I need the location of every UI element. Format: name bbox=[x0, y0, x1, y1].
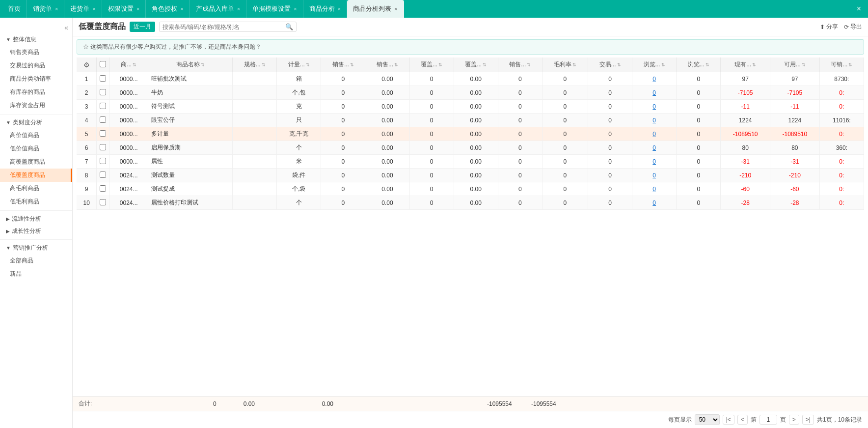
tab-permissions[interactable]: 权限设置 × bbox=[102, 0, 146, 18]
row-checkbox[interactable] bbox=[100, 158, 106, 164]
gear-button[interactable]: ⚙ bbox=[83, 61, 90, 69]
col-unit[interactable]: 计量...⇅ bbox=[277, 57, 321, 72]
search-icon[interactable]: 🔍 bbox=[285, 23, 293, 30]
sidebar-group-overall[interactable]: ▼ 整体信息 bbox=[0, 33, 72, 46]
sidebar-item-all-goods[interactable]: 全部商品 bbox=[0, 254, 72, 267]
row-checkbox[interactable] bbox=[100, 171, 106, 178]
cell-checkbox[interactable] bbox=[97, 86, 109, 100]
row-checkbox[interactable] bbox=[100, 103, 106, 109]
sidebar-group-marketing[interactable]: ▼ 营销推广分析 bbox=[0, 242, 72, 254]
cell-checkbox[interactable] bbox=[97, 155, 109, 169]
tab-product-entry-close[interactable]: × bbox=[237, 6, 240, 12]
col-avail[interactable]: 可用...⇅ bbox=[770, 57, 820, 72]
row-checkbox[interactable] bbox=[100, 199, 106, 205]
export-button[interactable]: ⟳ 导出 bbox=[844, 23, 862, 31]
tab-permissions-close[interactable]: × bbox=[136, 6, 139, 12]
cell-checkbox[interactable] bbox=[97, 100, 109, 114]
table-wrapper[interactable]: ⚙ 商...⇅ 商品名称⇅ 规格...⇅ 计量...⇅ 销售...⇅ 销售...… bbox=[73, 57, 868, 396]
tab-analysis[interactable]: 商品分析 × bbox=[303, 0, 347, 18]
sidebar-item-low-profit[interactable]: 低毛利商品 bbox=[0, 195, 72, 208]
tab-home[interactable]: 首页 bbox=[2, 0, 27, 18]
cell-browse-a[interactable]: 0 bbox=[632, 141, 677, 155]
sidebar-item-low-value[interactable]: 低价值商品 bbox=[0, 142, 72, 155]
sidebar-item-stock-goods[interactable]: 有库存的商品 bbox=[0, 86, 72, 99]
sidebar-item-high-value[interactable]: 高价值商品 bbox=[0, 129, 72, 142]
tab-template[interactable]: 单据模板设置 × bbox=[246, 0, 303, 18]
col-sales-c[interactable]: 销售...⇅ bbox=[498, 57, 542, 72]
col-cov-b[interactable]: 覆盖...⇅ bbox=[454, 57, 498, 72]
tab-sales-close[interactable]: × bbox=[55, 6, 58, 12]
sidebar-group-growth[interactable]: ▶ 成长性分析 bbox=[0, 225, 72, 237]
cell-browse-a[interactable]: 0 bbox=[632, 182, 677, 196]
tab-product-entry[interactable]: 产成品入库单 × bbox=[190, 0, 246, 18]
first-page-button[interactable]: |< bbox=[723, 415, 734, 425]
col-code[interactable]: 商...⇅ bbox=[109, 57, 148, 72]
search-input[interactable] bbox=[163, 24, 285, 30]
cell-checkbox[interactable] bbox=[97, 114, 109, 127]
tab-roles[interactable]: 角色授权 × bbox=[146, 0, 190, 18]
cell-browse-a[interactable]: 0 bbox=[632, 196, 677, 210]
row-checkbox[interactable] bbox=[100, 185, 106, 192]
cell-browse-a[interactable]: 0 bbox=[632, 155, 677, 169]
cell-browse-a[interactable]: 0 bbox=[632, 72, 677, 86]
col-cov-a[interactable]: 覆盖...⇅ bbox=[409, 57, 454, 72]
sidebar-item-new-goods[interactable]: 新品 bbox=[0, 267, 72, 281]
tab-analysis-list-close[interactable]: × bbox=[394, 6, 397, 12]
col-spec[interactable]: 规格...⇅ bbox=[233, 57, 277, 72]
cell-checkbox[interactable] bbox=[97, 127, 109, 141]
sidebar-collapse-button[interactable]: « bbox=[0, 22, 72, 33]
tab-sales[interactable]: 销货单 × bbox=[27, 0, 64, 18]
row-checkbox[interactable] bbox=[100, 89, 106, 95]
cell-browse-a[interactable]: 0 bbox=[632, 114, 677, 127]
col-saleable[interactable]: 可销...⇅ bbox=[819, 57, 864, 72]
per-page-select[interactable]: 50 100 200 bbox=[695, 414, 720, 425]
sidebar-item-movement-rate[interactable]: 商品分类动销率 bbox=[0, 72, 72, 86]
cell-checkbox[interactable] bbox=[97, 182, 109, 196]
col-gross[interactable]: 毛利率⇅ bbox=[542, 57, 588, 72]
share-button[interactable]: ⬆ 分享 bbox=[820, 23, 838, 31]
col-stock-a[interactable]: 现有...⇅ bbox=[721, 57, 770, 72]
tab-analysis-close[interactable]: × bbox=[338, 6, 341, 12]
cell-browse-a[interactable]: 0 bbox=[632, 127, 677, 141]
sidebar-group-flow-label: 流通性分析 bbox=[12, 215, 41, 223]
sidebar-item-stock-capital[interactable]: 库存资金占用 bbox=[0, 99, 72, 112]
col-gear[interactable]: ⚙ bbox=[77, 57, 97, 72]
cell-browse-a[interactable]: 0 bbox=[632, 169, 677, 182]
sidebar-group-flow[interactable]: ▶ 流通性分析 bbox=[0, 213, 72, 225]
window-close-button[interactable]: × bbox=[852, 4, 866, 13]
cell-checkbox[interactable] bbox=[97, 169, 109, 182]
row-checkbox[interactable] bbox=[100, 75, 106, 82]
tab-purchase-close[interactable]: × bbox=[92, 6, 95, 12]
row-checkbox[interactable] bbox=[100, 130, 106, 137]
sidebar-group-structure[interactable]: ▼ 类财度分析 bbox=[0, 116, 72, 129]
next-page-button[interactable]: > bbox=[789, 415, 799, 425]
cell-checkbox[interactable] bbox=[97, 141, 109, 155]
col-sales-qty[interactable]: 销售...⇅ bbox=[321, 57, 365, 72]
cell-checkbox[interactable] bbox=[97, 72, 109, 86]
col-sales-amt[interactable]: 销售...⇅ bbox=[365, 57, 409, 72]
filter-recent-month-button[interactable]: 近一月 bbox=[130, 22, 155, 32]
row-checkbox[interactable] bbox=[100, 116, 106, 123]
sidebar-item-low-coverage[interactable]: 低覆盖度商品 bbox=[0, 169, 72, 182]
tab-analysis-list[interactable]: 商品分析列表 × bbox=[347, 0, 404, 18]
cell-browse-a[interactable]: 0 bbox=[632, 86, 677, 100]
col-trade[interactable]: 交易...⇅ bbox=[588, 57, 632, 72]
tab-template-close[interactable]: × bbox=[294, 6, 297, 12]
tab-purchase[interactable]: 进货单 × bbox=[64, 0, 102, 18]
sidebar-item-high-profit[interactable]: 高毛利商品 bbox=[0, 182, 72, 195]
cell-browse-a[interactable]: 0 bbox=[632, 100, 677, 114]
prev-page-button[interactable]: < bbox=[737, 415, 748, 425]
col-name[interactable]: 商品名称⇅ bbox=[148, 57, 232, 72]
sidebar-item-traded-goods[interactable]: 交易过的商品 bbox=[0, 59, 72, 72]
row-checkbox[interactable] bbox=[100, 144, 106, 150]
cell-checkbox[interactable] bbox=[97, 196, 109, 210]
sidebar-item-high-coverage[interactable]: 高覆盖度商品 bbox=[0, 155, 72, 169]
sidebar-item-sales-goods[interactable]: 销售类商品 bbox=[0, 46, 72, 59]
col-browse-b[interactable]: 浏览...⇅ bbox=[677, 57, 721, 72]
page-number-input[interactable] bbox=[760, 415, 777, 425]
cell-avail: -210 bbox=[770, 169, 820, 182]
select-all-checkbox[interactable] bbox=[100, 61, 106, 67]
col-browse-a[interactable]: 浏览...⇅ bbox=[632, 57, 677, 72]
last-page-button[interactable]: >| bbox=[802, 415, 814, 425]
tab-roles-close[interactable]: × bbox=[180, 6, 183, 12]
